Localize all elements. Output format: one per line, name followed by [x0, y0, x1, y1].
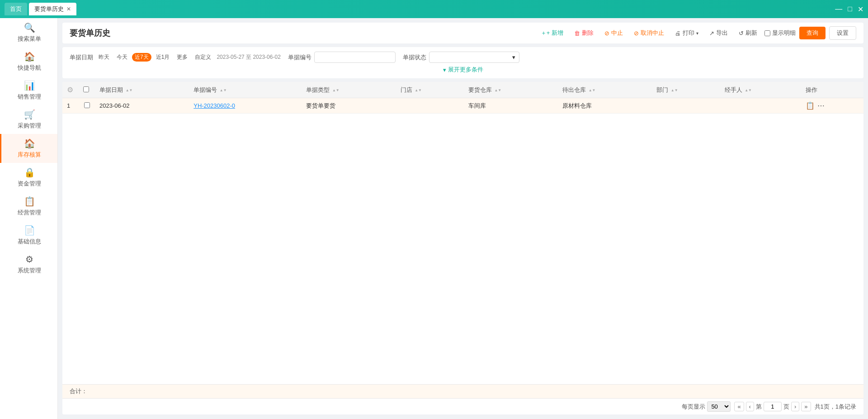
th-store: 门店 ▲▼ — [396, 82, 464, 98]
th-dept-label: 部门 — [656, 86, 668, 93]
display-detail-checkbox[interactable] — [764, 30, 770, 36]
summary-bar: 合计： — [62, 384, 863, 398]
refresh-button[interactable]: ↺ 刷新 — [735, 27, 761, 39]
doc-status-filter: 单据状态 ▾ — [403, 52, 519, 63]
stop-label: 中止 — [611, 29, 623, 37]
shortcut-custom[interactable]: 自定义 — [192, 53, 214, 62]
main-layout: 🔍 搜索菜单 🏠 快捷导航 📊 销售管理 🛒 采购管理 🏠 库存核算 🔒 资金管… — [0, 18, 868, 419]
th-doc-no-label: 单据编号 — [193, 86, 217, 93]
tab-history[interactable]: 要货单历史 ✕ — [29, 3, 76, 15]
sidebar-item-sales-mgmt[interactable]: 📊 销售管理 — [0, 76, 57, 105]
delete-label: 删除 — [582, 29, 594, 37]
th-store-sort[interactable]: ▲▼ — [415, 88, 422, 92]
page-header: 要货单历史 ＋ + 新增 🗑 删除 ⊘ 中止 ⊘ 取消中止 — [62, 23, 863, 43]
shortcut-more[interactable]: 更多 — [174, 53, 190, 62]
quick-nav-icon: 🏠 — [24, 51, 35, 62]
tab-close-icon[interactable]: ✕ — [66, 6, 71, 12]
row-checkbox[interactable] — [84, 102, 90, 108]
th-pending-warehouse-label: 待出仓库 — [562, 86, 586, 93]
total-info: 共1页，1条记录 — [815, 403, 856, 411]
sidebar-item-capital-mgmt[interactable]: 🔒 资金管理 — [0, 163, 57, 192]
doc-status-label: 单据状态 — [403, 53, 426, 62]
th-operation-label: 操作 — [806, 86, 817, 93]
sidebar-item-capital-mgmt-label: 资金管理 — [18, 180, 41, 188]
cancel-stop-button[interactable]: ⊘ 取消中止 — [630, 27, 668, 39]
page-title: 要货单历史 — [70, 28, 110, 38]
stop-button[interactable]: ⊘ 中止 — [601, 27, 627, 39]
shortcut-1month[interactable]: 近1月 — [153, 53, 173, 62]
expand-more-label: 展开更多条件 — [448, 66, 483, 74]
cell-dept — [652, 98, 720, 114]
sidebar-item-inventory-label: 库存核算 — [18, 151, 41, 159]
cancel-stop-icon: ⊘ — [634, 30, 639, 37]
th-handler-sort[interactable]: ▲▼ — [745, 88, 752, 92]
th-date-sort[interactable]: ▲▼ — [126, 88, 133, 92]
prev-page-button[interactable]: ‹ — [746, 402, 754, 411]
export-button[interactable]: ↗ 导出 — [706, 27, 731, 39]
per-page-select[interactable]: 50 20 100 — [707, 401, 731, 412]
doc-no-input[interactable] — [314, 52, 396, 63]
delete-button[interactable]: 🗑 删除 — [571, 27, 597, 39]
display-detail-toggle[interactable]: 显示明细 — [764, 29, 796, 37]
print-label: 打印 — [683, 29, 694, 37]
new-button[interactable]: ＋ + 新增 — [537, 27, 567, 39]
shortcut-today[interactable]: 今天 — [114, 53, 130, 62]
per-page-selector: 每页显示 50 20 100 — [682, 401, 731, 412]
sidebar-item-purchase-mgmt[interactable]: 🛒 采购管理 — [0, 105, 57, 134]
next-page-button[interactable]: › — [791, 402, 799, 411]
th-pending-warehouse-sort[interactable]: ▲▼ — [589, 88, 596, 92]
th-handler-label: 经手人 — [725, 86, 742, 93]
table-body: 1 2023-06-02 YH-20230602-0 要货单要货 车间库 原材料… — [62, 98, 863, 114]
sidebar-item-basic-info[interactable]: 📄 基础信息 — [0, 221, 57, 250]
sidebar-item-quick-nav[interactable]: 🏠 快捷导航 — [0, 47, 57, 76]
th-dept-sort[interactable]: ▲▼ — [671, 88, 678, 92]
sidebar-item-sys-mgmt[interactable]: ⚙ 系统管理 — [0, 250, 57, 279]
doc-status-select[interactable]: ▾ — [429, 52, 519, 63]
toolbar: ＋ + 新增 🗑 删除 ⊘ 中止 ⊘ 取消中止 🖨 打印 — [537, 26, 856, 40]
shortcut-7days[interactable]: 近7天 — [132, 53, 151, 62]
print-button[interactable]: 🖨 打印 ▾ — [671, 27, 702, 39]
date-range-display: 2023-05-27 至 2023-06-02 — [217, 53, 280, 61]
query-button[interactable]: 查询 — [799, 27, 826, 39]
sidebar-item-ops-mgmt-label: 经营管理 — [18, 209, 41, 217]
ops-mgmt-icon: 📋 — [24, 196, 35, 207]
first-page-button[interactable]: « — [734, 402, 744, 411]
close-icon[interactable]: ✕ — [858, 5, 863, 14]
doc-no-link[interactable]: YH-20230602-0 — [193, 102, 235, 109]
th-doc-no-sort[interactable]: ▲▼ — [220, 88, 227, 92]
op-more-icon[interactable]: ⋯ — [817, 101, 825, 110]
th-req-warehouse-label: 要货仓库 — [468, 86, 492, 93]
expand-more-button[interactable]: ▾ 展开更多条件 — [70, 66, 856, 74]
sidebar-item-ops-mgmt[interactable]: 📋 经营管理 — [0, 192, 57, 221]
th-doc-no: 单据编号 ▲▼ — [189, 82, 302, 98]
shortcut-yesterday[interactable]: 昨天 — [96, 53, 112, 62]
op-edit-icon[interactable]: 📋 — [806, 101, 815, 110]
maximize-icon[interactable]: □ — [848, 5, 852, 13]
delete-icon: 🗑 — [574, 30, 580, 37]
cell-store — [396, 98, 464, 114]
select-all-checkbox[interactable] — [83, 86, 89, 92]
th-doc-type-sort[interactable]: ▲▼ — [332, 88, 340, 92]
tab-home[interactable]: 首页 — [5, 3, 27, 15]
filter-area: 单据日期 昨天 今天 近7天 近1月 更多 自定义 2023-05-27 至 2… — [62, 47, 863, 78]
date-filter-label: 单据日期 — [70, 53, 93, 62]
th-req-warehouse-sort[interactable]: ▲▼ — [494, 88, 501, 92]
column-settings-icon[interactable]: ⚙ — [67, 86, 73, 94]
cell-doc-type: 要货单要货 — [302, 98, 396, 114]
sidebar-item-purchase-mgmt-label: 采购管理 — [18, 122, 41, 130]
page-input[interactable] — [764, 402, 782, 411]
pagination-bar: 每页显示 50 20 100 « ‹ 第 页 › » 共1页，1条记录 — [62, 398, 863, 414]
date-filter: 单据日期 昨天 今天 近7天 近1月 更多 自定义 2023-05-27 至 2… — [70, 53, 281, 62]
last-page-button[interactable]: » — [801, 402, 811, 411]
doc-status-dropdown-icon: ▾ — [512, 54, 515, 61]
page-label: 第 — [756, 403, 762, 411]
th-date-label: 单据日期 — [99, 86, 123, 93]
settings-button[interactable]: 设置 — [829, 26, 856, 40]
cell-handler — [720, 98, 801, 114]
th-date: 单据日期 ▲▼ — [95, 82, 189, 98]
capital-mgmt-icon: 🔒 — [24, 167, 35, 178]
sidebar-item-inventory[interactable]: 🏠 库存核算 — [0, 134, 57, 163]
sys-mgmt-icon: ⚙ — [25, 254, 33, 265]
minimize-icon[interactable]: — — [835, 5, 842, 13]
sidebar-item-search-menu[interactable]: 🔍 搜索菜单 — [0, 18, 57, 47]
